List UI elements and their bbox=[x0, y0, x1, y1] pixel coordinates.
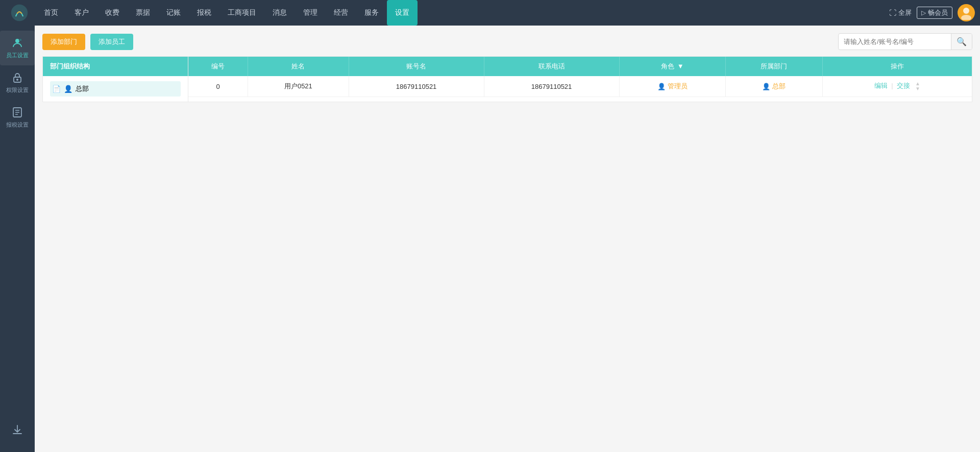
col-dept: 所属部门 bbox=[726, 57, 822, 76]
cell-role: 👤 管理员 bbox=[619, 76, 726, 97]
nav-invoice[interactable]: 票据 bbox=[128, 0, 158, 26]
employee-data-table: 编号 姓名 账号名 联系电话 角色 ▼ 所属部门 操作 bbox=[188, 57, 972, 97]
file-icon: 📄 bbox=[52, 85, 61, 93]
scroll-down-icon[interactable]: ▼ bbox=[915, 86, 920, 91]
sidebar-download[interactable] bbox=[0, 412, 35, 447]
nav-service[interactable]: 服务 bbox=[356, 0, 387, 26]
nav-customer[interactable]: 客户 bbox=[66, 0, 97, 26]
col-action: 操作 bbox=[822, 57, 972, 76]
role-icon: 👤 bbox=[657, 83, 666, 90]
cell-dept: 👤 总部 bbox=[726, 76, 822, 97]
edit-link[interactable]: 编辑 bbox=[874, 82, 888, 89]
svg-point-0 bbox=[11, 5, 27, 21]
nav-home[interactable]: 首页 bbox=[36, 0, 66, 26]
sidebar-item-permission[interactable]: 权限设置 bbox=[0, 65, 35, 100]
fullscreen-label: 全屏 bbox=[898, 8, 912, 17]
nav-business[interactable]: 工商项目 bbox=[219, 0, 264, 26]
dept-person-icon: 👤 bbox=[64, 85, 72, 93]
add-employee-button[interactable]: 添加员工 bbox=[90, 34, 133, 50]
vip-icon: ▷ bbox=[921, 9, 926, 16]
svg-point-8 bbox=[16, 79, 18, 81]
col-name: 姓名 bbox=[248, 57, 349, 76]
search-area: 🔍 bbox=[838, 33, 972, 50]
sidebar: 员工设置 权限设置 报税设置 bbox=[0, 26, 35, 452]
tax-icon bbox=[11, 106, 23, 118]
fullscreen-icon: ⛶ bbox=[889, 9, 896, 17]
main-layout: 员工设置 权限设置 报税设置 bbox=[0, 26, 980, 452]
action-divider: | bbox=[891, 82, 893, 89]
col-phone: 联系电话 bbox=[484, 57, 619, 76]
transfer-link[interactable]: 交接 bbox=[897, 82, 910, 89]
dept-name: 总部 bbox=[76, 84, 89, 93]
cell-actions: 编辑 | 交接 ▲ ▼ bbox=[822, 76, 972, 97]
nav-accounting[interactable]: 记账 bbox=[158, 0, 189, 26]
nav-manage[interactable]: 管理 bbox=[295, 0, 326, 26]
table-row: 0 用户0521 18679110521 18679110521 👤 管理员 bbox=[188, 76, 972, 97]
search-input[interactable] bbox=[839, 35, 951, 49]
dept-tree-body: 📄 👤 总部 bbox=[43, 76, 188, 102]
cell-account: 18679110521 bbox=[349, 76, 484, 97]
main-panel: 部门组织结构 📄 👤 总部 编号 姓名 账号名 bbox=[42, 56, 972, 102]
main-content: 添加部门 添加员工 🔍 部门组织结构 📄 👤 总部 bbox=[35, 26, 980, 452]
top-navigation: 首页 客户 收费 票据 记账 报税 工商项目 消息 管理 经营 服务 设置 ⛶ … bbox=[0, 0, 980, 26]
dept-icon: 👤 bbox=[762, 83, 770, 90]
nav-message[interactable]: 消息 bbox=[264, 0, 295, 26]
nav-tax[interactable]: 报税 bbox=[189, 0, 219, 26]
svg-point-2 bbox=[961, 15, 971, 20]
avatar[interactable] bbox=[958, 4, 975, 21]
nav-menu: 首页 客户 收费 票据 记账 报税 工商项目 消息 管理 经营 服务 设置 bbox=[36, 0, 889, 26]
cell-name: 用户0521 bbox=[248, 76, 349, 97]
sidebar-item-employee[interactable]: 员工设置 bbox=[0, 31, 35, 65]
col-account: 账号名 bbox=[349, 57, 484, 76]
sidebar-item-tax[interactable]: 报税设置 bbox=[0, 100, 35, 135]
search-button[interactable]: 🔍 bbox=[951, 34, 972, 50]
dept-tree-header: 部门组织结构 bbox=[43, 57, 188, 76]
cell-id: 0 bbox=[188, 76, 248, 97]
dept-tree-item[interactable]: 📄 👤 总部 bbox=[50, 81, 181, 97]
search-icon: 🔍 bbox=[957, 37, 967, 46]
vip-label: 畅会员 bbox=[928, 8, 948, 17]
role-badge: 👤 管理员 bbox=[657, 82, 688, 91]
add-dept-button[interactable]: 添加部门 bbox=[42, 34, 85, 50]
dept-tree: 部门组织结构 📄 👤 总部 bbox=[43, 57, 188, 102]
dept-badge: 👤 总部 bbox=[762, 82, 786, 91]
nav-right: ⛶ 全屏 ▷ 畅会员 bbox=[889, 4, 975, 21]
vip-button[interactable]: ▷ 畅会员 bbox=[917, 7, 952, 19]
svg-point-3 bbox=[15, 39, 19, 43]
col-id: 编号 bbox=[188, 57, 248, 76]
filter-icon[interactable]: ▼ bbox=[677, 62, 684, 70]
fullscreen-button[interactable]: ⛶ 全屏 bbox=[889, 8, 912, 17]
sidebar-item-permission-label: 权限设置 bbox=[6, 86, 29, 94]
nav-settings[interactable]: 设置 bbox=[387, 0, 418, 26]
nav-fee[interactable]: 收费 bbox=[97, 0, 128, 26]
sidebar-bottom bbox=[0, 412, 35, 447]
cell-phone: 18679110521 bbox=[484, 76, 619, 97]
logo[interactable] bbox=[5, 4, 33, 22]
sidebar-item-employee-label: 员工设置 bbox=[6, 52, 29, 59]
col-role: 角色 ▼ bbox=[619, 57, 726, 76]
download-icon bbox=[11, 423, 23, 436]
nav-operation[interactable]: 经营 bbox=[326, 0, 356, 26]
sidebar-item-tax-label: 报税设置 bbox=[6, 121, 29, 129]
toolbar: 添加部门 添加员工 🔍 bbox=[42, 33, 972, 50]
lock-icon bbox=[11, 72, 23, 84]
svg-point-1 bbox=[963, 8, 969, 14]
employee-table: 编号 姓名 账号名 联系电话 角色 ▼ 所属部门 操作 bbox=[188, 57, 972, 102]
person-settings-icon bbox=[11, 37, 23, 49]
